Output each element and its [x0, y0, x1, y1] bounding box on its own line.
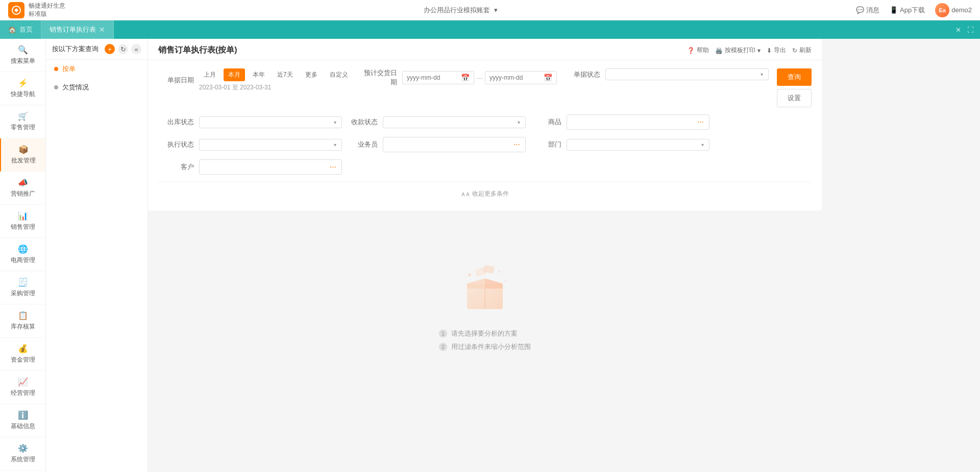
add-scheme-btn[interactable]: +	[105, 44, 115, 54]
collapse-chevron-icon: ∧∧	[461, 191, 470, 198]
tip-num-1: 1	[439, 329, 447, 338]
window-close-icon[interactable]: ✕	[955, 26, 961, 34]
sidebar-label-wholesale: 批发管理	[11, 156, 36, 165]
salesperson-input[interactable]: ···	[383, 137, 526, 152]
message-btn[interactable]: 💬 消息	[856, 6, 879, 15]
wholesale-icon: 📦	[18, 145, 29, 154]
svg-point-8	[498, 271, 500, 273]
tab-close-icon[interactable]: ✕	[99, 26, 105, 34]
customer-dots-icon[interactable]: ···	[330, 162, 336, 172]
forecast-date-from[interactable]: 📅	[402, 71, 474, 84]
sidebar-label-purchase: 采购管理	[11, 289, 35, 298]
calendar-from-icon[interactable]: 📅	[461, 74, 470, 82]
dept-select[interactable]: ▾	[567, 139, 709, 151]
sidebar-label-retail: 零售管理	[11, 123, 35, 132]
logo-text: 畅捷通好生意 标准版	[29, 2, 65, 18]
purchase-icon: 🧾	[18, 277, 28, 287]
forecast-date-from-input[interactable]	[407, 74, 458, 81]
sidebar-item-search-menu[interactable]: 🔍 搜索菜单	[0, 39, 45, 72]
refresh-btn[interactable]: ↻ 刷新	[792, 46, 812, 55]
sidebar-item-ecommerce[interactable]: 🌐 电商管理	[0, 238, 45, 271]
exec-status-chevron: ▾	[334, 142, 336, 148]
help-icon: ❓	[687, 47, 695, 54]
date-range-text: 2023-03-01 至 2023-03-31	[199, 83, 353, 92]
sidebar-item-retail[interactable]: 🛒 零售管理	[0, 105, 45, 138]
tab-bar: 🏠 首页 销售订单执行表 ✕ ✕ ⛶	[0, 20, 980, 39]
date-btn-prev-month[interactable]: 上月	[199, 68, 220, 81]
refresh-page-icon: ↻	[792, 47, 797, 54]
sidebar-item-basic-info[interactable]: ℹ️ 基础信息	[0, 404, 45, 437]
left-panel-item-order[interactable]: 按单	[46, 60, 148, 78]
company-selector[interactable]: 办公用品行业模拟账套 ▾	[424, 6, 498, 15]
app-logo	[8, 2, 24, 18]
left-panel: 按以下方案查询 + ↻ « 按单 欠	[46, 39, 148, 472]
date-btn-custom[interactable]: 自定义	[325, 68, 353, 81]
refresh-scheme-btn[interactable]: ↻	[118, 44, 128, 54]
sidebar-label-sales: 销售管理	[11, 223, 35, 231]
forecast-date-to-input[interactable]	[489, 74, 541, 81]
collapse-more-label: 收起更多条件	[472, 190, 509, 198]
date-btn-7days[interactable]: 近7天	[273, 68, 298, 81]
date-btn-more[interactable]: 更多	[301, 68, 322, 81]
quick-nav-icon: ⚡	[18, 78, 28, 88]
date-btn-current-month[interactable]: 本月	[224, 68, 245, 81]
empty-illustration	[454, 255, 516, 317]
app-download-label: App下载	[900, 6, 925, 15]
exec-status-select[interactable]: ▾	[199, 139, 342, 151]
doc-status-select[interactable]: ▾	[605, 68, 769, 80]
date-filter-group: 上月 本月 本年 近7天 更多 自定义	[199, 68, 353, 81]
export-btn[interactable]: ⬇ 导出	[767, 46, 786, 55]
svg-marker-3	[485, 278, 503, 289]
phone-icon: 📱	[890, 6, 898, 14]
goods-input[interactable]: ···	[567, 114, 709, 130]
sidebar-item-inventory[interactable]: 📋 库存核算	[0, 304, 45, 338]
home-icon: 🏠	[8, 26, 16, 34]
left-panel-title: 按以下方案查询	[52, 44, 99, 54]
sidebar-item-finance[interactable]: 💰 资金管理	[0, 338, 45, 371]
salesperson-dots-icon[interactable]: ···	[513, 140, 520, 149]
user-profile[interactable]: Ea demo2	[935, 3, 972, 17]
customer-input[interactable]: ···	[199, 159, 342, 175]
collapse-panel-btn[interactable]: «	[131, 44, 141, 54]
collection-status-select[interactable]: ▾	[383, 116, 526, 128]
sidebar-item-ops[interactable]: 📈 经营管理	[0, 371, 45, 404]
app-download-btn[interactable]: 📱 App下载	[890, 6, 925, 15]
sidebar-item-purchase[interactable]: 🧾 采购管理	[0, 271, 45, 304]
sidebar-item-sales[interactable]: 📊 销售管理	[0, 205, 45, 238]
help-btn[interactable]: ❓ 帮助	[687, 46, 709, 55]
sidebar-label-search-menu: 搜索菜单	[11, 57, 35, 65]
basic-info-icon: ℹ️	[18, 410, 28, 420]
left-panel-toolbar: + ↻ «	[105, 44, 141, 54]
sidebar-label-inventory: 库存核算	[11, 322, 35, 331]
sidebar-item-wholesale[interactable]: 📦 批发管理	[0, 138, 45, 172]
template-print-btn[interactable]: 🖨️ 按模板打印 ▾	[715, 46, 761, 55]
goods-dots-icon[interactable]: ···	[697, 117, 704, 127]
forecast-date-label: 预计交货日期	[361, 68, 402, 87]
refresh-label: 刷新	[799, 46, 812, 55]
left-panel-item-arrears[interactable]: 欠货情况	[46, 78, 148, 97]
page-title: 销售订单执行表(按单)	[158, 45, 237, 56]
window-maximize-icon[interactable]: ⛶	[967, 26, 974, 34]
svg-point-9	[504, 280, 506, 282]
sidebar-item-quick-nav[interactable]: ⚡ 快捷导航	[0, 72, 45, 105]
settings-button[interactable]: 设置	[777, 89, 812, 107]
date-btn-current-year[interactable]: 本年	[248, 68, 270, 81]
sidebar-item-system[interactable]: ⚙️ 系统管理	[0, 437, 45, 470]
tip-text-2: 用过滤条件来缩小分析范围	[451, 340, 531, 353]
sidebar-label-finance: 资金管理	[11, 356, 35, 364]
calendar-to-icon[interactable]: 📅	[544, 74, 552, 82]
query-button[interactable]: 查询	[777, 68, 812, 86]
collapse-icon: «	[134, 45, 138, 53]
ship-status-select[interactable]: ▾	[199, 116, 342, 128]
sales-icon: 📊	[18, 211, 28, 221]
tab-sales-exec[interactable]: 销售订单执行表 ✕	[41, 20, 114, 39]
forecast-date-to[interactable]: 📅	[485, 71, 557, 84]
svg-point-7	[468, 273, 471, 276]
exec-status-label: 执行状态	[158, 140, 199, 149]
sidebar-item-marketing[interactable]: 📣 营销推广	[0, 172, 45, 205]
collapse-more-btn[interactable]: ∧∧ 收起更多条件	[158, 186, 812, 203]
message-icon: 💬	[856, 6, 864, 14]
date-label: 单据日期	[158, 76, 199, 85]
tab-home[interactable]: 🏠 首页	[0, 20, 41, 39]
left-panel-header: 按以下方案查询 + ↻ «	[46, 39, 148, 60]
